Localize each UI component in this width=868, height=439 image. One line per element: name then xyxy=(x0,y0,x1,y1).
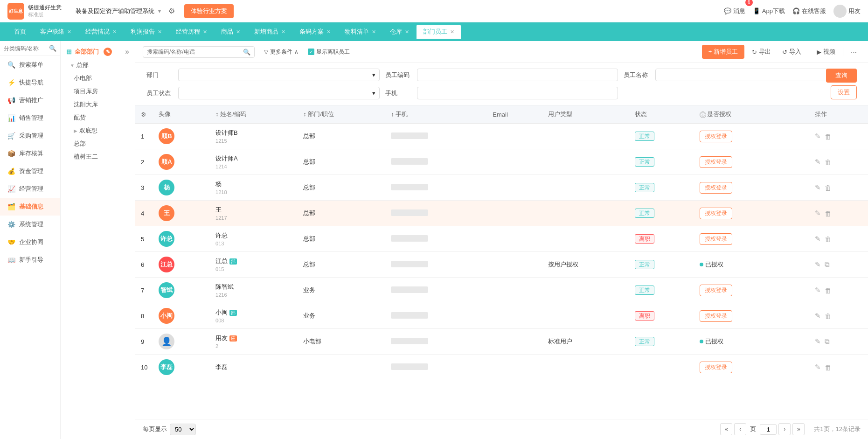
sidebar-item-purchase[interactable]: 🛒采购管理 xyxy=(0,127,60,145)
sidebar-item-sales[interactable]: 📊销售管理 xyxy=(0,109,60,127)
close-icon[interactable]: ✕ xyxy=(372,29,376,35)
first-page-btn[interactable]: « xyxy=(720,423,732,435)
last-page-btn[interactable]: » xyxy=(792,423,805,435)
sidebar-search-input[interactable] xyxy=(4,45,49,52)
tab-journey[interactable]: 经营历程 ✕ xyxy=(169,25,214,39)
close-icon-active[interactable]: ✕ xyxy=(450,29,454,35)
auth-login-btn[interactable]: 授权登录 xyxy=(700,233,732,245)
edit-icon[interactable]: ✎ xyxy=(815,363,821,371)
prev-page-btn[interactable]: ‹ xyxy=(734,423,746,435)
delete-icon[interactable]: 🗑 xyxy=(825,184,832,192)
view-btn[interactable]: ▶ 视频 xyxy=(813,46,839,58)
tab-profit[interactable]: 利润报告 ✕ xyxy=(124,25,168,39)
th-name-code[interactable]: ↕ 姓名/编码 xyxy=(210,105,298,124)
sidebar-item-inventory[interactable]: 📦库存核算 xyxy=(0,145,60,162)
close-icon[interactable]: ✕ xyxy=(326,29,331,35)
copy-icon[interactable]: ⧉ xyxy=(825,337,830,346)
tab-operation[interactable]: 经营情况 ✕ xyxy=(79,25,123,39)
tab-product[interactable]: 商品 ✕ xyxy=(215,25,247,39)
dept-node-xiao-dian[interactable]: 小电部 xyxy=(61,72,135,85)
auth-login-btn[interactable]: 授权登录 xyxy=(700,362,732,373)
delete-icon[interactable]: 🗑 xyxy=(825,363,832,371)
edit-icon[interactable]: ✎ xyxy=(815,158,821,166)
dept-node-proj-storage[interactable]: 项目库房 xyxy=(61,85,135,98)
page-size-select[interactable]: 50 100 xyxy=(170,424,196,435)
sidebar-item-quick-nav[interactable]: ⚡快捷导航 xyxy=(0,74,60,91)
online-service-btn[interactable]: 🎧 在线客服 xyxy=(792,7,826,15)
delete-icon[interactable]: 🗑 xyxy=(825,312,832,320)
dept-node-root[interactable]: ▼ 总部 xyxy=(61,59,135,72)
sidebar-item-guide[interactable]: 📖新手引导 xyxy=(0,251,60,269)
tab-warehouse[interactable]: 仓库 ✕ xyxy=(383,25,416,39)
reset-btn[interactable]: 设置 xyxy=(831,85,857,99)
dept-node-delivery[interactable]: 配货 xyxy=(61,111,135,124)
auth-login-btn[interactable]: 授权登录 xyxy=(700,310,732,322)
auth-login-btn[interactable]: 授权登录 xyxy=(700,156,732,168)
edit-icon[interactable]: ✎ xyxy=(815,260,821,269)
copy-icon[interactable]: ⧉ xyxy=(825,260,830,269)
edit-icon[interactable]: ✎ xyxy=(815,209,821,217)
close-icon[interactable]: ✕ xyxy=(281,29,285,35)
more-btn[interactable]: ⋯ xyxy=(847,47,861,57)
close-icon[interactable]: ✕ xyxy=(158,29,162,35)
search-input[interactable] xyxy=(147,49,240,55)
dept-node-headquarter[interactable]: 总部 xyxy=(61,137,135,150)
phone-input[interactable] xyxy=(417,87,618,99)
delete-icon[interactable]: 🗑 xyxy=(825,132,832,140)
dept-collapse-icon[interactable]: » xyxy=(125,48,129,56)
sidebar-item-finance[interactable]: 💰资金管理 xyxy=(0,162,60,180)
close-icon[interactable]: ✕ xyxy=(405,29,409,35)
edit-icon[interactable]: ✎ xyxy=(815,286,821,294)
dept-node-double[interactable]: ▶ 双底想 xyxy=(61,124,135,137)
sidebar-item-marketing[interactable]: 📢营销推广 xyxy=(0,91,60,109)
close-icon[interactable]: ✕ xyxy=(67,29,71,35)
tab-dept-employee[interactable]: 部门员工 ✕ xyxy=(417,25,461,39)
message-btn[interactable]: 💬 消息 6 xyxy=(724,7,745,15)
dept-node-plant-tree[interactable]: 植树王二 xyxy=(61,150,135,163)
th-phone[interactable]: ↕ 手机 xyxy=(385,105,487,124)
close-icon[interactable]: ✕ xyxy=(112,29,117,35)
next-page-btn[interactable]: › xyxy=(778,423,791,435)
tab-bom[interactable]: 物料清单 ✕ xyxy=(338,25,382,39)
sidebar-item-management[interactable]: 📈经营管理 xyxy=(0,180,60,198)
edit-icon[interactable]: ✎ xyxy=(815,183,821,192)
edit-icon[interactable]: ✎ xyxy=(815,132,821,140)
close-icon[interactable]: ✕ xyxy=(236,29,240,35)
tab-customer[interactable]: 客户联络 ✕ xyxy=(34,25,78,39)
th-settings[interactable]: ⚙ xyxy=(135,105,153,124)
edit-icon[interactable]: ✎ xyxy=(815,312,821,320)
th-dept-position[interactable]: ↕ 部门/职位 xyxy=(298,105,385,124)
emp-code-input[interactable] xyxy=(417,69,618,81)
export-btn[interactable]: ↻ 导出 xyxy=(748,46,775,58)
search-icon[interactable]: 🔍 xyxy=(243,49,250,56)
app-download-btn[interactable]: 📱 App下载 xyxy=(753,7,785,15)
edit-icon[interactable]: ✎ xyxy=(815,337,821,346)
import-btn[interactable]: ↺ 导入 xyxy=(778,46,805,58)
edit-icon[interactable]: ✎ xyxy=(815,235,821,243)
delete-icon[interactable]: 🗑 xyxy=(825,158,832,166)
dept-node-shenyang[interactable]: 沈阳大库 xyxy=(61,98,135,111)
sidebar-item-collab[interactable]: 🤝企业协同 xyxy=(0,233,60,251)
add-employee-btn[interactable]: + 新增员工 xyxy=(702,45,744,59)
user-avatar-area[interactable]: 用友 xyxy=(833,5,861,18)
settings-icon[interactable]: ⚙ xyxy=(168,7,175,15)
delete-icon[interactable]: 🗑 xyxy=(825,235,832,243)
sidebar-item-system[interactable]: ⚙️系统管理 xyxy=(0,216,60,233)
close-icon[interactable]: ✕ xyxy=(203,29,207,35)
auth-login-btn[interactable]: 授权登录 xyxy=(700,131,732,142)
more-filter-btn[interactable]: ▽ 更多条件 ∧ xyxy=(260,46,302,58)
system-dropdown-arrow[interactable]: ▾ xyxy=(158,8,161,14)
sidebar-search-icon[interactable]: 🔍 xyxy=(49,45,56,52)
auth-login-btn[interactable]: 授权登录 xyxy=(700,208,732,219)
page-number-input[interactable] xyxy=(760,424,777,435)
dept-select[interactable]: ▾ xyxy=(178,69,380,81)
query-btn[interactable]: 查询 xyxy=(826,69,857,83)
delete-icon[interactable]: 🗑 xyxy=(825,209,832,217)
tab-home[interactable]: 首页 xyxy=(7,25,33,39)
emp-status-select[interactable]: ▾ xyxy=(178,87,380,99)
sidebar-item-basic-info[interactable]: 🗂️基础信息 xyxy=(0,198,60,216)
show-resigned-toggle[interactable]: ✓ 显示离职员工 xyxy=(308,48,350,56)
delete-icon[interactable]: 🗑 xyxy=(825,286,832,294)
dept-edit-icon[interactable]: ✎ xyxy=(104,48,112,56)
auth-login-btn[interactable]: 授权登录 xyxy=(700,182,732,194)
